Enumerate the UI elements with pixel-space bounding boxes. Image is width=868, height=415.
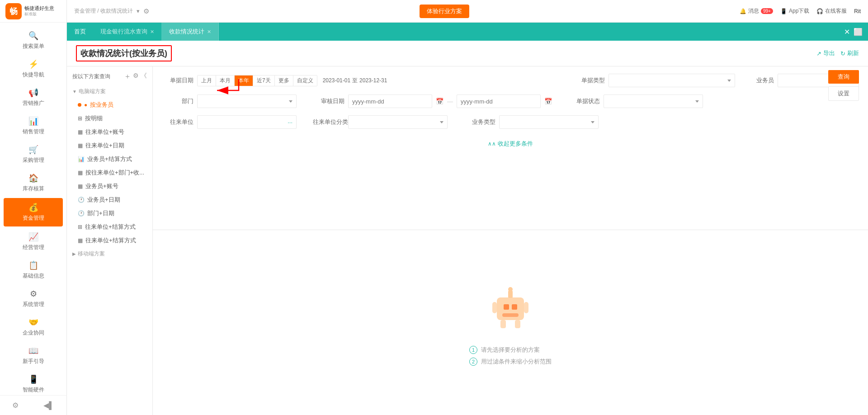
tree-item-salesman-account[interactable]: ▦ 业务员+账号 [72,179,152,193]
tab-bar: 首页 现金银行流水查询 ✕ 收款情况统计 ✕ ✕ ⬜ [67,23,868,41]
sidebar-item-ops[interactable]: 📈 经营管理 [0,227,66,256]
tree-item-partner-dept[interactable]: ▦ 按往来单位+部门+收... [72,166,152,179]
export-label: 导出 [823,49,835,57]
tab-bank-flow[interactable]: 现金银行流水查询 ✕ [93,23,162,41]
tab-maximize-icon[interactable]: ⬜ [854,28,863,36]
tab-bank-flow-close[interactable]: ✕ [150,29,154,35]
quick-icon: ⚡ [28,59,38,69]
partner-select[interactable]: ··· [197,115,297,129]
collab-icon: 🤝 [28,317,38,327]
sidebar-item-sales[interactable]: 📊 销售管理 [0,112,66,140]
filter-auditdate-item: 审核日期 📅 — 📅 [313,94,552,108]
partner-more-icon[interactable]: ··· [288,119,292,126]
collapse-area: ∧∧ 收起更多条件 [162,136,859,151]
settings-gear-icon[interactable]: ⚙ [143,7,149,15]
tree-item-dept-date[interactable]: 🕐 部门+日期 [72,207,152,220]
tree-parent-desktop[interactable]: ▼ 电脑端方案 [67,85,152,98]
tree-item-salesman-payment[interactable]: 📊 业务员+结算方式 [72,152,152,166]
tree-item-ps2-icon: ▦ [78,237,83,244]
date-tab-this-year[interactable]: 本年 [235,75,253,86]
tree-item-sp-label: 业务员+结算方式 [87,155,132,163]
top-header: 资金管理 / 收款情况统计 ▾ ⚙ 体验行业方案 🔔 消息 99+ 📱 App下… [67,0,868,23]
doctype-label: 单据类型 [573,76,605,85]
svg-point-5 [508,287,513,292]
set-button[interactable]: 设置 [828,86,859,101]
tree-item-salesman-icon: ● [84,102,87,108]
date-tab-last-month[interactable]: 上月 [198,75,216,86]
tree-item-salesman-date[interactable]: 🕐 业务员+日期 [72,193,152,207]
dept-select[interactable] [197,94,297,108]
sidebar-item-inventory[interactable]: 🏠 库存核算 [0,169,66,197]
tree-item-ps1-icon: ⊞ [78,224,82,230]
sidebar-item-search[interactable]: 🔍 搜索菜单 [0,26,66,55]
settings-scheme-icon[interactable]: ⚙ [133,72,139,81]
query-button[interactable]: 查询 [828,70,859,84]
sidebar-label-finance: 资金管理 [23,214,44,222]
tree-item-partner-date[interactable]: ▦ 往来单位+日期 [72,139,152,152]
empty-state: 1 请先选择要分析的方案 2 用过滤条件来缩小分析范围 [153,230,868,415]
date-label: 单据日期 [162,76,193,85]
audit-from-input[interactable] [348,94,432,108]
online-service-button[interactable]: 🎧 在线客服 [816,7,847,15]
tree-item-detail[interactable]: ⊞ 按明细 [72,112,152,125]
audit-from-calendar-icon[interactable]: 📅 [436,98,443,105]
filter-panel: 单据日期 上月 本月 本年 近7天 更多 自定义 2023-01-01 [153,66,868,230]
tree-item-salesman[interactable]: ● 按业务员 [72,98,152,112]
sidebar-label-system: 系统管理 [23,301,44,308]
tab-home[interactable]: 首页 [67,28,93,36]
tree-item-partner-account[interactable]: ▦ 往来单位+账号 [72,125,152,139]
docstatus-select[interactable] [604,94,703,108]
audit-to-input[interactable] [457,94,541,108]
date-to: 2023-12-31 [359,77,387,84]
export-button[interactable]: ↗ 导出 [816,49,835,57]
filter-date-item: 单据日期 上月 本月 本年 近7天 更多 自定义 2023-01-01 [162,75,387,86]
tree-item-partner-settlement2[interactable]: ▦ 往来单位+结算方式 [72,234,152,247]
date-tab-7days[interactable]: 近7天 [253,75,275,86]
add-scheme-icon[interactable]: ＋ [124,72,131,81]
sidebar-item-collab[interactable]: 🤝 企业协同 [0,313,66,341]
refresh-button[interactable]: ↻ 刷新 [840,49,859,57]
sidebar-item-purchase[interactable]: 🛒 采购管理 [0,140,66,169]
tab-close-all-icon[interactable]: ✕ [844,28,850,36]
tab-receipt-stats[interactable]: 收款情况统计 ✕ [162,23,219,41]
user-avatar[interactable]: Rit [854,8,861,14]
sidebar-item-basic[interactable]: 📋 基础信息 [0,256,66,284]
sidebar-item-hardware[interactable]: 📱 智能硬件 [0,370,66,395]
header-right: 🔔 消息 99+ 📱 App下载 🎧 在线客服 Rit [740,7,861,15]
collapse-panel-icon[interactable]: 《 [141,72,147,81]
panel-actions: ＋ ⚙ 《 [124,72,147,81]
docstatus-label: 单据状态 [568,97,600,105]
biztype-label: 业务类型 [464,118,495,126]
tree-item-partner-settlement1[interactable]: ⊞ 往来单位+结算方式 [72,220,152,234]
biztype-select[interactable] [499,115,599,129]
collapse-sidebar-icon[interactable]: ◀▌ [43,401,54,410]
doctype-select[interactable] [609,74,735,87]
date-tab-this-month[interactable]: 本月 [216,75,235,86]
date-tab-more[interactable]: 更多 [275,75,293,86]
sidebar-item-guide[interactable]: 📖 新手引导 [0,341,66,370]
message-button[interactable]: 🔔 消息 99+ [740,7,773,15]
tree-parent-mobile[interactable]: ▶ 移动端方案 [67,247,152,260]
sidebar-item-finance[interactable]: 💰 资金管理 [4,198,63,226]
dropdown-icon[interactable]: ▾ [137,8,140,14]
app-logo: 畅 [5,3,22,19]
svg-rect-7 [524,302,528,313]
sidebar-item-marketing[interactable]: 📢 营销推广 [0,83,66,112]
sidebar-item-system[interactable]: ⚙ 系统管理 [0,284,66,313]
app-download-button[interactable]: 📱 App下载 [780,7,809,15]
tree-item-pd-label: 往来单位+日期 [85,141,124,150]
settings-icon[interactable]: ⚙ [12,401,19,410]
trial-button[interactable]: 体验行业方案 [420,5,469,18]
collapse-button[interactable]: ∧∧ 收起更多条件 [162,140,859,148]
tree-item-detail-label: 按明细 [85,114,103,123]
auditdate-label: 审核日期 [313,97,344,105]
date-tabs: 上月 本月 本年 近7天 更多 自定义 [197,75,317,86]
user-name: Rit [854,8,861,14]
audit-to-calendar-icon[interactable]: 📅 [544,98,552,105]
tab-receipt-stats-close[interactable]: ✕ [207,29,211,35]
docstatus-chevron [695,100,699,103]
sidebar-item-quick[interactable]: ⚡ 快捷导航 [0,55,66,83]
partner-category-select[interactable] [348,115,448,129]
date-tab-custom[interactable]: 自定义 [293,75,317,86]
tab-bar-right: ✕ ⬜ [844,28,868,36]
